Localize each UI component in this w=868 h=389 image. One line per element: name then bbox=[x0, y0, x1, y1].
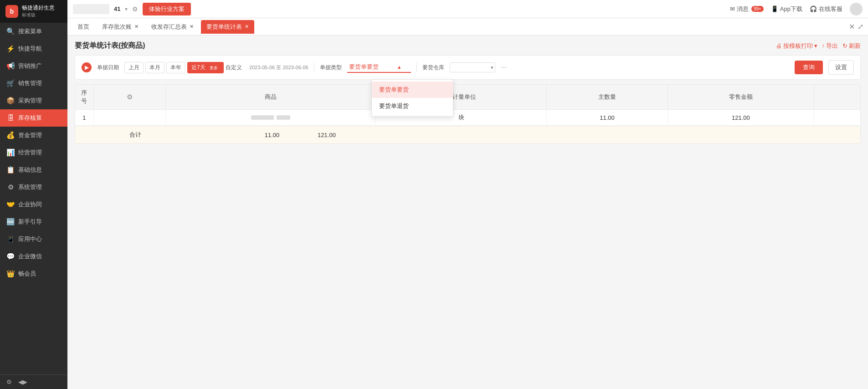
sidebar-item-quick-nav[interactable]: ⚡ 快捷导航 bbox=[0, 40, 67, 57]
warehouse-label: 要货仓库 bbox=[422, 64, 444, 72]
online-service-button[interactable]: 🎧 在线客服 bbox=[810, 5, 842, 13]
sidebar-item-guide[interactable]: 🆕 新手引导 bbox=[0, 213, 67, 230]
type-dropdown-menu: 要货单要货 要货单退货 bbox=[371, 79, 453, 117]
col-seq: 序号 bbox=[75, 85, 93, 110]
sidebar-item-wechat[interactable]: 💬 企业微信 bbox=[0, 248, 67, 265]
tab-receivables[interactable]: 收发存汇总表 ✕ bbox=[146, 20, 199, 34]
footer-amount: 121.00 bbox=[299, 132, 354, 138]
sidebar-item-marketing[interactable]: 📢 营销推广 bbox=[0, 57, 67, 75]
sidebar-label-app-center: 应用中心 bbox=[18, 235, 42, 243]
chart-icon: 📊 bbox=[6, 148, 15, 157]
sidebar-label-vip: 畅会员 bbox=[18, 270, 36, 278]
settings-gear-icon[interactable]: ⚙ bbox=[132, 5, 138, 13]
tab-order-stats[interactable]: 要货单统计表 ✕ bbox=[201, 20, 254, 34]
app-center-icon: 📱 bbox=[6, 235, 15, 243]
table-footer: 合计 11.00 121.00 bbox=[75, 126, 860, 143]
date-upper-month-button[interactable]: 上月 bbox=[124, 62, 144, 73]
more-options-button[interactable]: ··· bbox=[501, 63, 507, 72]
sidebar-item-system[interactable]: ⚙ 系统管理 bbox=[0, 179, 67, 196]
sidebar-label-guide: 新手引导 bbox=[18, 218, 42, 226]
sidebar-item-app-center[interactable]: 📱 应用中心 bbox=[0, 230, 67, 248]
sidebar-item-sales[interactable]: 🛒 销售管理 bbox=[0, 75, 67, 92]
column-settings-icon[interactable]: ⚙ bbox=[99, 93, 160, 101]
table-header-row: 序号 ⚙ 商品 主计量单位 主数量 bbox=[75, 85, 860, 110]
tab-close-inventory-batch[interactable]: ✕ bbox=[134, 24, 139, 30]
brand-name: 畅捷通好生意 bbox=[22, 5, 55, 12]
settings-button[interactable]: 设置 bbox=[828, 60, 854, 75]
avatar[interactable] bbox=[850, 3, 863, 15]
filter-divider bbox=[314, 63, 314, 72]
type-dropdown-trigger[interactable]: 要货单要货 ▲ bbox=[347, 62, 411, 73]
megaphone-icon: 📢 bbox=[6, 62, 15, 70]
cell-quantity: 11.00 bbox=[546, 110, 668, 126]
brand-sub: 标准版 bbox=[22, 12, 55, 18]
phone-icon: 📱 bbox=[771, 5, 778, 12]
dropdown-arrow-icon[interactable]: ▾ bbox=[125, 6, 128, 12]
tab-fullscreen-button[interactable]: ⤢ bbox=[858, 22, 863, 31]
type-dropdown-arrow: ▲ bbox=[397, 64, 402, 70]
dropdown-item-order-return[interactable]: 要货单退货 bbox=[372, 98, 453, 114]
tab-close-order-stats[interactable]: ✕ bbox=[245, 24, 249, 30]
col-gear[interactable]: ⚙ bbox=[93, 85, 165, 110]
col-extra bbox=[814, 85, 860, 110]
type-select-wrapper: 要货单要货 ▲ bbox=[347, 62, 411, 73]
content-area: 要货单统计表(按商品) 🖨 按模板打印 ▾ ↑ 导出 ↻ 刷新 ▶ bbox=[67, 36, 868, 389]
footer-quantity: 11.00 bbox=[245, 132, 299, 138]
date-recent-button[interactable]: 近7天 更多 bbox=[187, 62, 224, 73]
sidebar-label-quick-nav: 快捷导航 bbox=[18, 45, 42, 53]
sidebar-item-operation[interactable]: 📊 经营管理 bbox=[0, 144, 67, 161]
sidebar-item-basic[interactable]: 📋 基础信息 bbox=[0, 161, 67, 179]
footer-label: 合计 bbox=[81, 131, 190, 139]
message-icon: ✉ bbox=[730, 5, 735, 12]
type-label: 单据类型 bbox=[320, 64, 342, 72]
sidebar-label-system: 系统管理 bbox=[18, 183, 42, 191]
sidebar-item-search[interactable]: 🔍 搜索菜单 bbox=[0, 23, 67, 40]
topbar: 41 ▾ ⚙ 体验行业方案 ✉ 消息 99+ 📱 App下载 🎧 在线客服 bbox=[67, 0, 868, 18]
cell-product bbox=[165, 110, 376, 126]
inventory-icon: 🗄 bbox=[6, 114, 15, 122]
warehouse-select[interactable] bbox=[450, 62, 495, 72]
filter-expand-button[interactable]: ▶ bbox=[82, 62, 92, 72]
dropdown-item-order-goods[interactable]: 要货单要货 bbox=[372, 82, 453, 98]
main-area: 41 ▾ ⚙ 体验行业方案 ✉ 消息 99+ 📱 App下载 🎧 在线客服 首页 bbox=[67, 0, 868, 389]
date-range-display: 2023-05-06 至 2023-06-06 bbox=[249, 64, 308, 71]
tab-bar: 首页 库存批次账 ✕ 收发存汇总表 ✕ 要货单统计表 ✕ ✕ ⤢ bbox=[67, 18, 868, 36]
date-custom-button[interactable]: 自定义 bbox=[226, 64, 242, 72]
tab-close-receivables[interactable]: ✕ bbox=[190, 24, 194, 30]
sidebar-bottom: ⚙ ◀▶ bbox=[0, 374, 67, 389]
print-arrow-icon: ▾ bbox=[814, 42, 817, 49]
trial-industry-button[interactable]: 体验行业方案 bbox=[143, 3, 191, 15]
app-download-button[interactable]: 📱 App下载 bbox=[771, 5, 802, 13]
sidebar-item-enterprise[interactable]: 🤝 企业协同 bbox=[0, 196, 67, 213]
export-button[interactable]: ↑ 导出 bbox=[822, 42, 838, 50]
collapse-btn[interactable]: ◀▶ bbox=[18, 379, 27, 385]
headset-icon: 🎧 bbox=[810, 5, 817, 12]
sidebar-item-vip[interactable]: 👑 畅会员 bbox=[0, 265, 67, 282]
settings-icon[interactable]: ⚙ bbox=[6, 379, 12, 385]
cart-icon: 🛒 bbox=[6, 79, 15, 87]
col-amount: 零售金额 bbox=[668, 85, 814, 110]
date-this-month-button[interactable]: 本月 bbox=[145, 62, 164, 73]
vip-icon: 👑 bbox=[6, 270, 15, 278]
sidebar-nav: 🔍 搜索菜单 ⚡ 快捷导航 📢 营销推广 🛒 销售管理 📦 采购管理 🗄 库存核… bbox=[0, 23, 67, 374]
sidebar-item-finance[interactable]: 💰 资金管理 bbox=[0, 127, 67, 144]
topbar-right: ✉ 消息 99+ 📱 App下载 🎧 在线客服 bbox=[730, 3, 863, 15]
online-service-label: 在线客服 bbox=[819, 5, 842, 13]
page-actions: 🖨 按模板打印 ▾ ↑ 导出 ↻ 刷新 bbox=[776, 42, 861, 50]
tab-inventory-batch[interactable]: 库存批次账 ✕ bbox=[97, 20, 144, 34]
product-bar1 bbox=[251, 115, 274, 120]
cell-extra bbox=[814, 110, 860, 126]
tab-close-all-button[interactable]: ✕ bbox=[849, 22, 855, 31]
messages-button[interactable]: ✉ 消息 99+ bbox=[730, 5, 764, 13]
query-button[interactable]: 查询 bbox=[795, 61, 823, 74]
table-row: 1 块 11.00 bbox=[75, 110, 860, 126]
tab-home[interactable]: 首页 bbox=[72, 20, 95, 34]
print-template-button[interactable]: 🖨 按模板打印 ▾ bbox=[776, 42, 817, 50]
col-product: 商品 bbox=[165, 85, 376, 110]
sidebar-item-purchase[interactable]: 📦 采购管理 bbox=[0, 92, 67, 109]
sidebar-item-inventory[interactable]: 🗄 库存核算 bbox=[0, 109, 67, 127]
tab-home-label: 首页 bbox=[77, 23, 89, 31]
refresh-button[interactable]: ↻ 刷新 bbox=[842, 42, 861, 50]
search-input[interactable] bbox=[73, 4, 109, 14]
date-this-year-button[interactable]: 本年 bbox=[166, 62, 185, 73]
